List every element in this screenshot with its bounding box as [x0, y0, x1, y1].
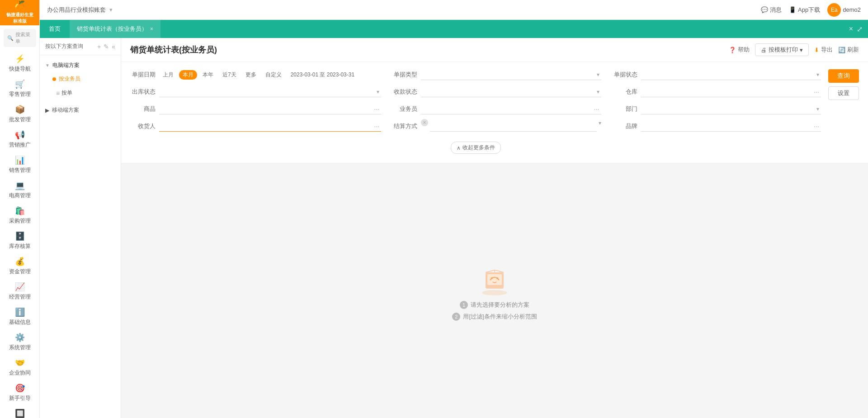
sidebar-item-basic[interactable]: ℹ️ 基础信息 — [0, 304, 40, 329]
topbar-left: 办公用品行业模拟账套 ▾ — [47, 6, 113, 14]
retail-icon: 🛒 — [15, 79, 25, 89]
tab-home[interactable]: 首页 — [40, 20, 70, 38]
goods-input[interactable] — [159, 104, 381, 114]
inventory-icon: 🗄️ — [15, 231, 25, 241]
marketing-icon: 📢 — [15, 130, 25, 140]
app-download-button[interactable]: 📱 App下载 — [789, 6, 820, 14]
system-icon: ⚙️ — [15, 332, 25, 342]
settings-button[interactable]: 设置 — [828, 86, 859, 100]
scheme-by-salesman[interactable]: 按业务员 — [40, 72, 121, 86]
empty-state: 1 请先选择要分析的方案 2 用[过滤]条件来缩小分析范围 — [452, 261, 537, 321]
sidebar-item-collab[interactable]: 🤝 企业协同 — [0, 355, 40, 380]
query-btn-group: 查询 设置 — [828, 69, 859, 156]
sidebar-item-label: 销售管理 — [9, 166, 31, 174]
title-actions: ❓ 帮助 🖨 按模板打印 ▾ ⬇ 导出 🔄 刷新 — [729, 43, 859, 56]
sidebar-item-retail[interactable]: 🛒 零售管理 — [0, 76, 40, 101]
topbar: 办公用品行业模拟账套 ▾ 💬 消息 📱 App下载 Ea demo2 — [40, 0, 868, 20]
date-tab-this-month[interactable]: 本月 — [179, 70, 197, 80]
sidebar-item-inventory[interactable]: 🗄️ 库存核算 — [0, 228, 40, 253]
message-button[interactable]: 💬 消息 — [761, 6, 782, 14]
filter-date: 单据日期 上月 本月 本年 近7天 更多 自定义 — [130, 70, 381, 80]
filter-out-status: 出库状态 ▾ — [130, 86, 381, 97]
collapse-panel-icon[interactable]: « — [112, 43, 115, 50]
brand-input[interactable] — [641, 121, 821, 132]
sidebar-item-sales[interactable]: 📊 销售管理 — [0, 152, 40, 177]
sidebar-item-newbie[interactable]: 🎯 新手引导 — [0, 380, 40, 405]
right-panel: 销货单统计表(按业务员) ❓ 帮助 🖨 按模板打印 ▾ ⬇ 导出 — [121, 38, 868, 418]
print-label: 按模板打印 — [769, 46, 798, 54]
collapse-button[interactable]: ∧ 收起更多条件 — [451, 142, 501, 154]
warehouse-input[interactable] — [641, 86, 821, 97]
filter-area: 单据日期 上月 本月 本年 近7天 更多 自定义 — [121, 62, 868, 163]
tab-minimize-icon[interactable]: × — [849, 25, 853, 33]
sidebar-item-purchase[interactable]: 🛍️ 采购管理 — [0, 203, 40, 228]
date-tab-7days[interactable]: 近7天 — [219, 70, 240, 80]
tab-active[interactable]: 销货单统计表（按业务员） × — [70, 20, 160, 38]
receiver-control: ··· — [159, 121, 381, 132]
filter-receipt-status: 收款状态 ▾ — [392, 86, 601, 97]
phone-icon: 📱 — [789, 6, 796, 13]
sidebar-item-label: 电商管理 — [9, 192, 31, 200]
collapse-row: ∧ 收起更多条件 — [130, 138, 821, 156]
apps-icon: 🔲 — [15, 408, 25, 418]
date-tab-last-month[interactable]: 上月 — [159, 70, 177, 80]
sidebar-item-system[interactable]: ⚙️ 系统管理 — [0, 329, 40, 355]
collapse-icon: ∧ — [457, 145, 461, 151]
search-menu[interactable]: 🔍 搜索菜单 — [4, 29, 36, 47]
empty-step-1: 1 请先选择要分析的方案 — [460, 301, 529, 309]
scheme-by-order[interactable]: ≡ 按单 — [40, 86, 121, 100]
sidebar: 🍊 畅捷通好生意 标准版 🔍 搜索菜单 ⚡ 快捷导航 🛒 零售管理 📦 批发管理… — [0, 0, 40, 418]
doc-status-select[interactable] — [641, 69, 821, 80]
refresh-button[interactable]: 🔄 刷新 — [838, 46, 859, 54]
date-range-display: 2023-03-01 至 2023-03-31 — [291, 71, 354, 79]
add-scheme-icon[interactable]: + — [97, 43, 101, 50]
settle-clear-icon[interactable]: × — [421, 119, 428, 126]
date-tab-custom[interactable]: 自定义 — [262, 70, 285, 80]
search-icon: 🔍 — [7, 35, 14, 41]
salesman-input[interactable] — [421, 104, 601, 114]
date-tab-this-year[interactable]: 本年 — [199, 70, 217, 80]
sidebar-item-label: 企业协同 — [9, 369, 31, 377]
ecommerce-icon: 💻 — [15, 180, 25, 190]
tabbar: 首页 销货单统计表（按业务员） × × ⤢ — [40, 20, 868, 38]
finance-icon: 💰 — [15, 256, 25, 266]
desktop-scheme-title[interactable]: ▼ 电脑端方案 — [40, 59, 121, 72]
filter-row-2: 出库状态 ▾ 收款状态 ▾ — [130, 86, 821, 97]
sidebar-item-quicknav[interactable]: ⚡ 快捷导航 — [0, 51, 40, 76]
sidebar-item-label: 新手引导 — [9, 394, 31, 402]
edit-scheme-icon[interactable]: ✎ — [104, 43, 109, 50]
mobile-scheme-section[interactable]: ▶ 移动端方案 — [40, 104, 121, 117]
receipt-status-select[interactable] — [421, 86, 601, 97]
receiver-label: 收货人 — [130, 122, 156, 130]
user-name: demo2 — [843, 6, 861, 13]
tab-close-icon[interactable]: × — [150, 26, 153, 32]
department-select[interactable] — [641, 104, 821, 114]
filter-department: 部门 ▾ — [612, 104, 821, 114]
sidebar-item-operation[interactable]: 📈 经营管理 — [0, 279, 40, 304]
tab-maximize-icon[interactable]: ⤢ — [857, 25, 863, 33]
sidebar-item-wholesale[interactable]: 📦 批发管理 — [0, 101, 40, 127]
sidebar-item-ecommerce[interactable]: 💻 电商管理 — [0, 177, 40, 203]
export-button[interactable]: ⬇ 导出 — [814, 46, 833, 54]
doc-type-control: ▾ — [421, 69, 601, 80]
user-profile[interactable]: Ea demo2 — [827, 3, 861, 17]
receiver-input[interactable] — [159, 121, 381, 132]
sidebar-item-marketing[interactable]: 📢 营销推广 — [0, 127, 40, 152]
left-panel-title: 按以下方案查询 — [45, 43, 83, 50]
print-button[interactable]: 🖨 按模板打印 ▾ — [755, 43, 809, 56]
sidebar-item-label: 系统管理 — [9, 344, 31, 352]
sidebar-item-apps[interactable]: 🔲 应用中心 — [0, 405, 40, 418]
query-button[interactable]: 查询 — [828, 69, 859, 83]
filter-doc-type: 单据类型 ▾ — [392, 69, 601, 80]
empty-illustration — [476, 261, 513, 297]
doc-type-select[interactable] — [421, 69, 601, 80]
out-status-select[interactable] — [159, 86, 381, 97]
settle-select[interactable] — [430, 121, 597, 132]
doc-status-label: 单据状态 — [612, 71, 637, 79]
step-num-2: 2 — [452, 313, 460, 321]
page-title: 销货单统计表(按业务员) — [130, 44, 217, 55]
app-name-dropdown-icon[interactable]: ▾ — [109, 6, 113, 13]
help-button[interactable]: ❓ 帮助 — [729, 46, 750, 54]
date-tab-more[interactable]: 更多 — [242, 70, 260, 80]
sidebar-item-finance[interactable]: 💰 资金管理 — [0, 253, 40, 279]
